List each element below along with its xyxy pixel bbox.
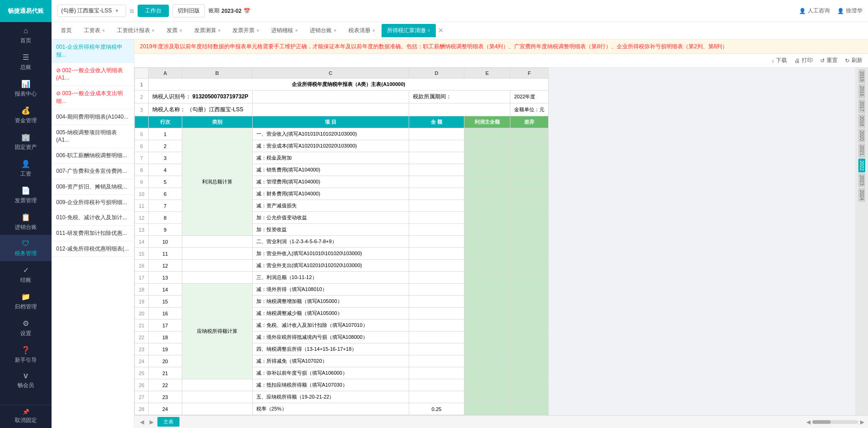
calendar-icon[interactable]: 📅	[243, 8, 250, 14]
user-profile-btn[interactable]: 👤 徐澄华	[837, 7, 862, 15]
salary-icon: 👤	[21, 160, 30, 168]
scroll-left-icon[interactable]: ◀	[806, 419, 810, 425]
table-row: 29 25 六、应纳所得税额（23×24）	[135, 415, 549, 416]
year-2024[interactable]: 2024	[858, 188, 865, 202]
currency-cell	[409, 103, 510, 116]
tab-invoice-calc[interactable]: 发票测算 ×	[189, 24, 226, 37]
tab-sales-audit-close[interactable]: ×	[295, 28, 298, 33]
work-btn[interactable]: 工作台	[138, 5, 169, 17]
tab-invoice-open[interactable]: 发票开票 ×	[227, 24, 265, 37]
year-2020[interactable]: 2020	[858, 129, 865, 143]
scroll-right-icon[interactable]: ▶	[860, 419, 864, 425]
tab-salary[interactable]: 工资表 ×	[78, 24, 110, 37]
sidebar-item-funds[interactable]: 💰 资金管理	[0, 102, 52, 128]
form-item-008[interactable]: 008-资产折旧、摊销及纳税...	[52, 179, 134, 195]
sidebar: 畅捷通易代账 ⌂ 首页 ☰ 总账 📊 报表中心 💰 资金管理 🏢 固定资产 👤 …	[0, 0, 52, 428]
refresh-btn[interactable]: ↻ 刷新	[845, 57, 862, 64]
col-header-item: 项 目	[252, 116, 409, 128]
year-2016[interactable]: 2016	[858, 84, 865, 98]
tab-sales-audit-label: 进销稽核	[271, 27, 293, 34]
col-d-header: D	[409, 68, 464, 79]
error-dot: ⊘	[56, 90, 61, 97]
sidebar-item-guide[interactable]: ❓ 新手引导	[0, 341, 52, 368]
form-item-004[interactable]: 004-期间费用明细表(A1040...	[52, 109, 134, 125]
col-b-header: B	[182, 68, 252, 79]
sidebar-item-report[interactable]: 📊 报表中心	[0, 75, 52, 102]
download-icon: ↓	[771, 57, 774, 64]
print-btn[interactable]: 🖨 打印	[794, 57, 813, 64]
sidebar-item-tax[interactable]: 🛡 税务管理	[0, 235, 52, 261]
sidebar-item-sales[interactable]: 📋 进销台账	[0, 208, 52, 235]
tab-sales-ledger[interactable]: 进销台账 ×	[304, 24, 342, 37]
sidebar-item-ledger[interactable]: ☰ 总账	[0, 48, 52, 75]
tab-sales-audit[interactable]: 进销稽核 ×	[266, 24, 303, 37]
corner-cell	[135, 68, 149, 79]
form-item-012[interactable]: 012-减免所得税优惠明细表(...	[52, 241, 134, 257]
tab-invoice-close[interactable]: ×	[179, 28, 182, 33]
year-2017[interactable]: 2017	[858, 99, 865, 113]
year-2023[interactable]: 2023	[858, 173, 865, 187]
tab-income-tax[interactable]: 所得税汇算清缴 ×	[382, 24, 436, 37]
tab-income-tax-close[interactable]: ×	[428, 28, 430, 33]
form-item-005[interactable]: 005-纳税调整项目明细表(A1...	[52, 125, 134, 148]
year-panel: 2019 2016 2017 2018 2020 2021 2022 2023 …	[855, 68, 868, 415]
customer-service-btn[interactable]: 👤 人工咨询	[799, 7, 830, 15]
form-item-011[interactable]: 011-研发费用加计扣除优惠...	[52, 226, 134, 241]
col-header-amount: 全 额	[409, 116, 464, 128]
table-scroll[interactable]: A B C D E F 1 企业所	[134, 68, 855, 415]
sheet-nav-right-arrow[interactable]: ▶	[148, 418, 156, 426]
tab-home[interactable]: 首页	[55, 24, 77, 37]
form-item-006[interactable]: 006-职工薪酬纳税调整明细...	[52, 148, 134, 164]
sidebar-pin-toggle[interactable]: 📌 取消固定	[0, 405, 52, 428]
tab-salary-stat-close[interactable]: ×	[152, 28, 155, 33]
form-item-010[interactable]: 010-免税、减计收入及加计...	[52, 210, 134, 226]
form-item-003[interactable]: ⊘003-一般企业成本支出明细...	[52, 86, 134, 109]
sidebar-item-invoice[interactable]: 📄 发票管理	[0, 182, 52, 208]
sheet-tab-main[interactable]: 主表	[157, 417, 179, 427]
form-item-007[interactable]: 007-广告费和业务宣传费跨...	[52, 164, 134, 179]
assets-icon: 🏢	[21, 133, 30, 142]
horizontal-scrollbar[interactable]	[812, 420, 858, 424]
tax-period-cell: 税款所属期间：	[409, 91, 510, 103]
tab-tax-list-close[interactable]: ×	[372, 28, 375, 33]
year-2019[interactable]: 2019	[858, 69, 865, 83]
table-row: 15 11 加：营业外收入(填写A101010\101020\103000)	[135, 248, 549, 260]
settings-icon: ⚙	[23, 319, 29, 328]
topbar-right: 👤 人工咨询 👤 徐澄华	[799, 7, 862, 15]
switch-btn[interactable]: 切到旧版	[173, 4, 205, 17]
form-item-001[interactable]: 001-企业所得税年度纳税申报...	[52, 40, 134, 63]
year-2021[interactable]: 2021	[858, 143, 865, 157]
download-btn[interactable]: ↓ 下载	[771, 57, 787, 64]
sidebar-item-settle[interactable]: ✓ 结账	[0, 261, 52, 288]
close-all-btn[interactable]: ×	[439, 26, 444, 35]
tab-invoice[interactable]: 发票 ×	[161, 24, 188, 37]
tab-invoice-calc-close[interactable]: ×	[218, 28, 221, 33]
tax-icon: 🛡	[22, 240, 29, 248]
tab-invoice-open-close[interactable]: ×	[256, 28, 259, 33]
reset-btn[interactable]: ↺ 重置	[820, 57, 838, 64]
form-item-002[interactable]: ⊘002-一般企业收入明细表(A1...	[52, 63, 134, 86]
form-item-009[interactable]: 009-企业所得税补亏损明细...	[52, 195, 134, 211]
tab-tax-list[interactable]: 税表清册 ×	[343, 24, 381, 37]
sidebar-item-archive[interactable]: 📁 归档管理	[0, 288, 52, 314]
sidebar-item-settings[interactable]: ⚙ 设置	[0, 314, 52, 341]
company-selector[interactable]: (勾册) 江西服宝-LSS ▼	[57, 5, 126, 17]
tab-tax-list-label: 税表清册	[348, 27, 370, 34]
sheet-tabs: ◀ ▶ 主表 ◀ ▶	[134, 415, 868, 428]
tab-salary-stat[interactable]: 工资统计报表 ×	[111, 24, 160, 37]
tab-sales-ledger-close[interactable]: ×	[334, 28, 336, 33]
sidebar-item-home[interactable]: ⌂ 首页	[0, 22, 52, 48]
app-logo: 畅捷通易代账	[0, 0, 52, 22]
sheet-nav-left[interactable]: ◀	[138, 418, 146, 426]
year-2022[interactable]: 2022	[858, 159, 865, 172]
sidebar-item-assets[interactable]: 🏢 固定资产	[0, 128, 52, 155]
row-num-1: 1	[135, 79, 149, 91]
print-icon: 🖨	[794, 57, 800, 64]
sidebar-item-member[interactable]: V 畅会员	[0, 368, 52, 393]
content-area: 001-企业所得税年度纳税申报... ⊘002-一般企业收入明细表(A1... …	[52, 40, 868, 428]
year-2018[interactable]: 2018	[858, 114, 865, 128]
sidebar-item-salary[interactable]: 👤 工资	[0, 155, 52, 182]
tax-period-value: 2022年度	[510, 91, 549, 103]
tab-salary-close[interactable]: ×	[102, 28, 105, 33]
table-area: A B C D E F 1 企业所	[134, 68, 868, 415]
